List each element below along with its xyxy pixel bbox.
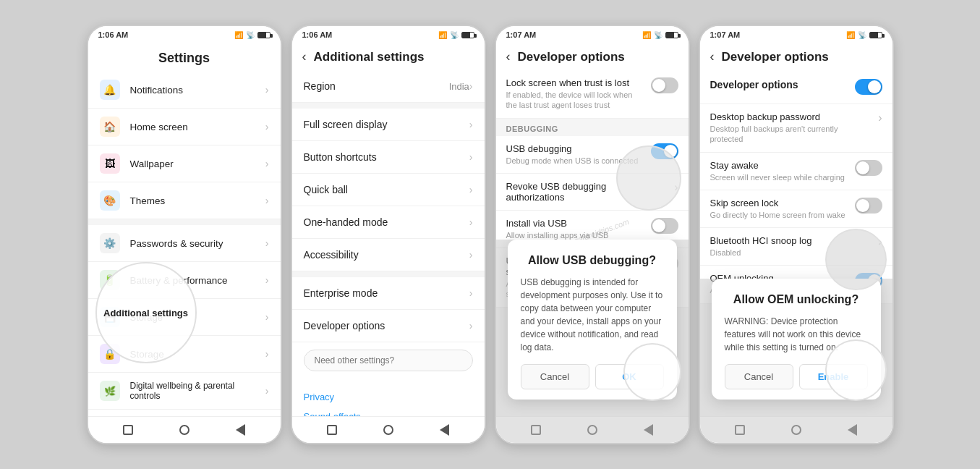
search-hint-area (292, 342, 485, 379)
status-bar-3: 1:07 AM 📶 📡 (496, 26, 689, 42)
skip-lock-sub: Go directly to Home screen from wake (710, 210, 848, 220)
lock-screen-title: Lock screen when trust is lost (506, 77, 644, 88)
menu-item-fullscreen[interactable]: Full screen display › (292, 109, 485, 141)
wifi-icon-3: 📡 (654, 31, 662, 39)
phone-developer-options-usb: 1:07 AM 📶 📡 ‹ Developer options Lock scr… (495, 25, 690, 444)
back-nav-btn[interactable] (234, 423, 248, 437)
settings-item-notifications[interactable]: 🔔 Notifications › (88, 72, 281, 109)
passwords-label: Passwords & security (130, 238, 265, 249)
square-nav-btn-2[interactable] (325, 423, 339, 437)
dev-options-header-4: ‹ Developer options (700, 42, 892, 70)
settings-item-digital[interactable]: 🌿 Digital wellbeing & parental controls … (88, 373, 281, 410)
home-icon: 🏠 (100, 117, 120, 137)
usb-dialog-text: USB debugging is intended for developmen… (521, 276, 664, 354)
sound-effects-link[interactable]: Sound effects (304, 407, 473, 416)
circle-nav-btn-2[interactable] (381, 423, 396, 437)
one-handed-arrow: › (469, 216, 473, 228)
square-nav-btn[interactable] (121, 423, 135, 437)
notifications-arrow: › (265, 84, 269, 96)
enable-button-circle (825, 339, 887, 401)
page-title-dev-4: Developer options (722, 50, 829, 64)
battery-icon-4 (869, 32, 882, 38)
circle-nav-btn[interactable] (177, 423, 192, 437)
dev-options-toggle-row[interactable]: Developer options (700, 70, 892, 104)
wifi-icon-4: 📡 (858, 31, 866, 39)
lock-screen-sub: If enabled, the device will lock when th… (506, 90, 644, 111)
circle-nav-icon (179, 425, 189, 435)
lock-screen-item[interactable]: Lock screen when trust is lost If enable… (496, 70, 689, 119)
menu-item-accessibility[interactable]: Accessibility › (292, 239, 485, 271)
button-shortcuts-arrow: › (469, 151, 473, 163)
link-items-area: Privacy Sound effects (292, 379, 485, 416)
usb-debugging-title: USB debugging (506, 143, 644, 154)
menu-item-enterprise[interactable]: Enterprise mode › (292, 277, 485, 310)
menu-item-quick-ball[interactable]: Quick ball › (292, 174, 485, 206)
usb-dialog-overlay: Allow USB debugging? USB debugging is in… (496, 240, 689, 443)
screenshot-container: 1:06 AM 📶 📡 Settings 🔔 Notifications › 🏠… (87, 25, 894, 444)
settings-item-passwords[interactable]: ⚙️ Passwords & security › (88, 225, 281, 262)
menu-item-one-handed[interactable]: One-handed mode › (292, 206, 485, 239)
battery-arrow: › (265, 274, 269, 286)
signal-icon-3: 📶 (642, 31, 651, 39)
search-settings-input[interactable] (304, 350, 473, 371)
passwords-icon: ⚙️ (100, 233, 120, 253)
skip-lock-item[interactable]: Skip screen lock Go directly to Home scr… (700, 190, 892, 228)
back-button-3[interactable]: ‹ (506, 49, 511, 64)
desktop-backup-sub: Desktop full backups aren't currently pr… (710, 124, 872, 145)
stay-awake-info: Stay awake Screen will never sleep while… (710, 160, 848, 182)
dev-options-info: Developer options (710, 79, 848, 90)
digital-arrow: › (265, 385, 269, 397)
settings-item-wallpaper[interactable]: 🖼 Wallpaper › (88, 145, 281, 182)
additional-settings-text: Additional settings (98, 302, 194, 324)
one-handed-title: One-handed mode (304, 216, 388, 228)
enterprise-title: Enterprise mode (304, 287, 378, 299)
menu-item-developer[interactable]: Developer options › (292, 310, 485, 342)
stay-awake-item[interactable]: Stay awake Screen will never sleep while… (700, 153, 892, 190)
menu-item-button-shortcuts[interactable]: Button shortcuts › (292, 141, 485, 174)
skip-lock-title: Skip screen lock (710, 198, 848, 208)
fullscreen-arrow: › (469, 119, 473, 130)
phone-additional-settings: 1:06 AM 📶 📡 ‹ Additional settings Region… (291, 25, 486, 444)
storage-arrow: › (265, 311, 269, 323)
install-usb-toggle[interactable] (651, 218, 678, 234)
dev-options-header-3: ‹ Developer options (496, 42, 689, 70)
triangle-icon-2 (440, 424, 449, 436)
status-icons-1: 📶 📡 (234, 31, 270, 39)
settings-item-themes[interactable]: 🎨 Themes › (88, 182, 281, 219)
notifications-icon: 🔔 (100, 80, 120, 100)
phone-settings: 1:06 AM 📶 📡 Settings 🔔 Notifications › 🏠… (87, 25, 282, 444)
settings-item-special[interactable]: ⭐ Special features › (88, 410, 281, 416)
phone-developer-options-oem: 1:07 AM 📶 📡 ‹ Developer options Develope… (699, 25, 894, 444)
usb-cancel-button[interactable]: Cancel (521, 364, 589, 389)
debugging-section-label: DEBUGGING (496, 119, 689, 136)
accessibility-title: Accessibility (304, 249, 359, 261)
back-button-4[interactable]: ‹ (710, 49, 715, 64)
wifi-icon-2: 📡 (450, 31, 459, 39)
lock-screen-info: Lock screen when trust is lost If enable… (506, 77, 644, 111)
install-usb-title: Install via USB (506, 218, 644, 229)
dev-options-main-toggle[interactable] (855, 79, 882, 95)
dev-options-main-title: Developer options (710, 79, 848, 90)
back-button-2[interactable]: ‹ (302, 49, 307, 64)
region-title: Region (304, 80, 449, 92)
status-icons-2: 📶 📡 (438, 31, 474, 39)
quick-ball-arrow: › (469, 184, 473, 195)
battery-icon (257, 32, 270, 38)
developer-title: Developer options (304, 320, 385, 331)
stay-awake-toggle[interactable] (855, 160, 882, 176)
desktop-backup-item[interactable]: Desktop backup password Desktop full bac… (700, 104, 892, 153)
status-bar-2: 1:06 AM 📶 📡 (292, 26, 485, 42)
time-3: 1:07 AM (506, 30, 537, 39)
status-icons-4: 📶 📡 (846, 31, 882, 39)
back-nav-btn-2[interactable] (438, 423, 452, 437)
wallpaper-arrow: › (265, 158, 269, 169)
stay-awake-title: Stay awake (710, 160, 848, 171)
page-title-additional: Additional settings (314, 50, 425, 64)
privacy-link[interactable]: Privacy (304, 387, 473, 407)
lock-screen-toggle[interactable] (651, 77, 678, 93)
oem-cancel-button[interactable]: Cancel (725, 364, 793, 389)
skip-lock-toggle[interactable] (855, 198, 882, 214)
additional-settings-header: ‹ Additional settings (292, 42, 485, 70)
menu-item-region[interactable]: Region India › (292, 70, 485, 103)
settings-item-home[interactable]: 🏠 Home screen › (88, 109, 281, 145)
